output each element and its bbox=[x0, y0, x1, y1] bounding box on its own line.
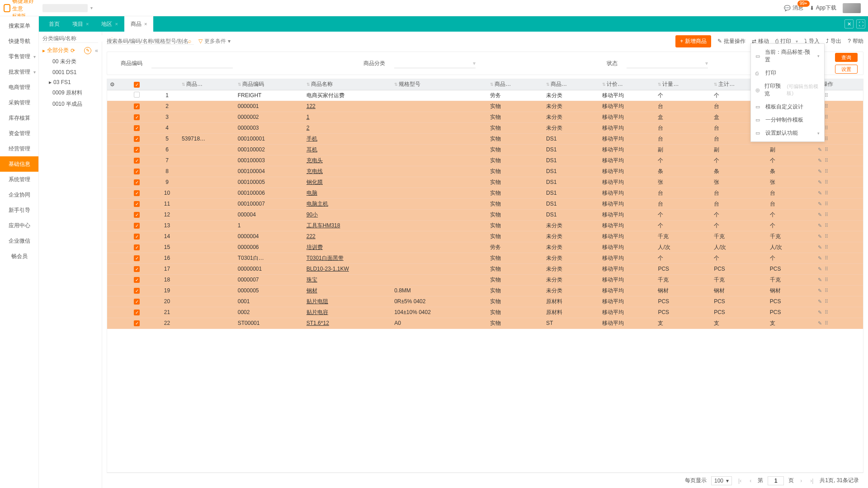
row-checkbox[interactable]: ✓ bbox=[134, 125, 140, 131]
row-checkbox[interactable]: ✓ bbox=[134, 310, 140, 315]
sp-category-select[interactable]: ▾ bbox=[394, 58, 476, 68]
tab-close-all-button[interactable]: ✕ bbox=[844, 19, 854, 28]
more-icon[interactable]: ⠿ bbox=[825, 114, 828, 120]
page-input[interactable] bbox=[768, 476, 784, 485]
edit-icon[interactable]: ✎ bbox=[818, 320, 822, 326]
edit-icon[interactable]: ✎ bbox=[818, 179, 822, 185]
table-row[interactable]: ✓190000005钢材0.8MM实物未分类移动平均钢材钢材钢材✎⠿ bbox=[107, 285, 863, 296]
edit-icon[interactable]: ✎ bbox=[818, 234, 822, 239]
product-name-link[interactable]: 工具车HM318 bbox=[307, 222, 340, 229]
product-name-link[interactable]: T0301白面黑带 bbox=[307, 255, 344, 261]
tree-root[interactable]: ▸ 全部分类 ⟳ ✎ « bbox=[42, 47, 98, 54]
edit-icon[interactable]: ✎ bbox=[818, 169, 822, 174]
tree-search-input[interactable] bbox=[42, 35, 110, 42]
sidebar-item[interactable]: 应用中心 bbox=[0, 218, 38, 233]
table-row[interactable]: ✓131工具车HM318实物未分类移动平均个个个✎⠿ bbox=[107, 220, 863, 231]
row-checkbox[interactable]: ✓ bbox=[134, 288, 140, 294]
row-checkbox[interactable]: ✓ bbox=[134, 147, 140, 153]
tree-node[interactable]: ▸03 FS1 bbox=[42, 77, 98, 87]
more-icon[interactable]: ⠿ bbox=[825, 125, 828, 131]
product-name-link[interactable]: 电脑主机 bbox=[307, 201, 328, 207]
more-icon[interactable]: ⠿ bbox=[825, 244, 828, 250]
row-checkbox[interactable]: ✓ bbox=[134, 179, 140, 185]
product-name-link[interactable]: 222 bbox=[307, 233, 316, 239]
table-row[interactable]: ✓9000100005钢化膜实物DS1移动平均张张张✎⠿ bbox=[107, 177, 863, 188]
sidebar-item[interactable]: 快捷导航 bbox=[0, 33, 38, 49]
sidebar-item[interactable]: 企业微信 bbox=[0, 233, 38, 249]
dd-default[interactable]: ▭设置默认功能▾ bbox=[751, 127, 824, 140]
last-page-button[interactable]: ›| bbox=[808, 478, 815, 484]
query-button[interactable]: 查询 bbox=[835, 53, 858, 62]
row-checkbox[interactable]: ✓ bbox=[134, 158, 140, 164]
dd-preview[interactable]: ◎打印预览(可编辑当前模板) bbox=[751, 80, 824, 100]
table-row[interactable]: ✓400000032实物未分类移动平均台台台✎⠿ bbox=[107, 122, 863, 133]
table-row[interactable]: ✓22ST00001ST1.6*12A0实物ST移动平均支支支✎⠿ bbox=[107, 318, 863, 328]
table-row[interactable]: ✓6000100002耳机实物DS1移动平均副副副✎⠿ bbox=[107, 144, 863, 155]
edit-icon[interactable]: ✎ bbox=[818, 288, 822, 294]
more-icon[interactable]: ⠿ bbox=[825, 93, 828, 99]
edit-icon[interactable]: ✎ bbox=[818, 158, 822, 164]
more-icon[interactable]: ⠿ bbox=[825, 288, 828, 294]
product-name-link[interactable]: 充电头 bbox=[307, 157, 323, 164]
messages-button[interactable]: 💬 消息 bbox=[784, 4, 803, 12]
prev-page-button[interactable]: ‹ bbox=[748, 478, 753, 484]
tree-node[interactable]: 0010 半成品 bbox=[42, 99, 98, 110]
more-icon[interactable]: ⠿ bbox=[825, 169, 828, 174]
setting-button[interactable]: 设置 bbox=[835, 65, 858, 74]
sidebar-item[interactable]: 零售管理▾ bbox=[0, 49, 38, 64]
dd-print[interactable]: ⎙打印 bbox=[751, 66, 824, 80]
table-row[interactable]: ✓5539718…000100001手机实物DS1移动平均台台台✎⠿ bbox=[107, 133, 863, 144]
table-row[interactable]: ✓11000100007电脑主机实物DS1移动平均台台台✎⠿ bbox=[107, 198, 863, 209]
product-name-link[interactable]: 122 bbox=[307, 103, 316, 109]
product-name-link[interactable]: 培训费 bbox=[307, 244, 323, 250]
product-name-link[interactable]: ST1.6*12 bbox=[307, 320, 329, 326]
row-checkbox[interactable]: ✓ bbox=[134, 299, 140, 305]
table-row[interactable]: ✓1200000490小实物DS1移动平均个个个✎⠿ bbox=[107, 209, 863, 220]
more-icon[interactable]: ⠿ bbox=[825, 212, 828, 218]
table-row[interactable]: ✓1700000001BLD10-23-1.1KW实物未分类移动平均PCSPCS… bbox=[107, 263, 863, 274]
column-header[interactable]: ⇅商品… bbox=[487, 79, 543, 90]
more-conditions-button[interactable]: ▽ 更多条件 ▾ bbox=[198, 38, 231, 45]
product-name-link[interactable]: 耳机 bbox=[307, 146, 317, 153]
row-checkbox[interactable]: ✓ bbox=[134, 223, 140, 229]
row-checkbox[interactable]: ✓ bbox=[134, 114, 140, 120]
tab[interactable]: 项目× bbox=[66, 16, 95, 32]
sidebar-item[interactable]: 资金管理 bbox=[0, 126, 38, 141]
product-name-link[interactable]: 贴片电容 bbox=[307, 309, 328, 315]
edit-icon[interactable]: ✎ bbox=[818, 201, 822, 207]
row-checkbox[interactable]: ✓ bbox=[134, 277, 140, 283]
table-row[interactable]: ✓180000007珠宝实物未分类移动平均千克千克千克✎⠿ bbox=[107, 274, 863, 285]
tree-node[interactable]: 0009 原材料 bbox=[42, 87, 98, 99]
avatar[interactable] bbox=[843, 3, 861, 13]
product-name-link[interactable]: 钢材 bbox=[307, 287, 317, 294]
row-checkbox[interactable]: ✓ bbox=[134, 201, 140, 207]
tab[interactable]: 商品× bbox=[124, 16, 153, 32]
more-icon[interactable]: ⠿ bbox=[825, 201, 828, 207]
more-icon[interactable]: ⠿ bbox=[825, 103, 828, 109]
more-icon[interactable]: ⠿ bbox=[825, 190, 828, 196]
sidebar-item[interactable]: 批发管理▾ bbox=[0, 64, 38, 80]
close-icon[interactable]: × bbox=[115, 21, 118, 27]
dd-template[interactable]: ▭模板自定义设计 bbox=[751, 100, 824, 113]
gear-icon[interactable]: ⚙ bbox=[110, 81, 115, 88]
search-input[interactable] bbox=[107, 38, 188, 44]
table-row[interactable]: ✓300000021实物未分类移动平均盒盒盒✎⠿ bbox=[107, 112, 863, 122]
dd-current[interactable]: ▭当前：商品标签-预置▾ bbox=[751, 46, 824, 66]
more-icon[interactable]: ⠿ bbox=[825, 310, 828, 315]
more-icon[interactable]: ⠿ bbox=[825, 266, 828, 272]
first-page-button[interactable]: |‹ bbox=[736, 478, 743, 484]
edit-icon[interactable]: ✎ bbox=[818, 299, 822, 305]
collapse-icon[interactable]: « bbox=[95, 47, 98, 54]
product-name-link[interactable]: 电脑 bbox=[307, 190, 317, 196]
row-checkbox[interactable]: ✓ bbox=[134, 103, 140, 109]
sidebar-item[interactable]: 电商管理 bbox=[0, 80, 38, 95]
product-name-link[interactable]: 充电线 bbox=[307, 168, 323, 174]
column-header[interactable]: ⇅计量… bbox=[655, 79, 711, 90]
close-icon[interactable]: × bbox=[144, 21, 147, 27]
select-all-checkbox[interactable]: ✓ bbox=[134, 82, 140, 88]
table-row[interactable]: ✓8000100004充电线实物DS1移动平均条条条✎⠿ bbox=[107, 166, 863, 177]
export-button[interactable]: ⤴导出 bbox=[826, 38, 841, 45]
tree-node[interactable]: 0001 DS1 bbox=[42, 67, 98, 77]
table-row[interactable]: 1FREIGHT电商买家付运费劳务未分类移动平均个个✎⠿ bbox=[107, 90, 863, 101]
edit-icon[interactable]: ✎ bbox=[84, 47, 91, 54]
